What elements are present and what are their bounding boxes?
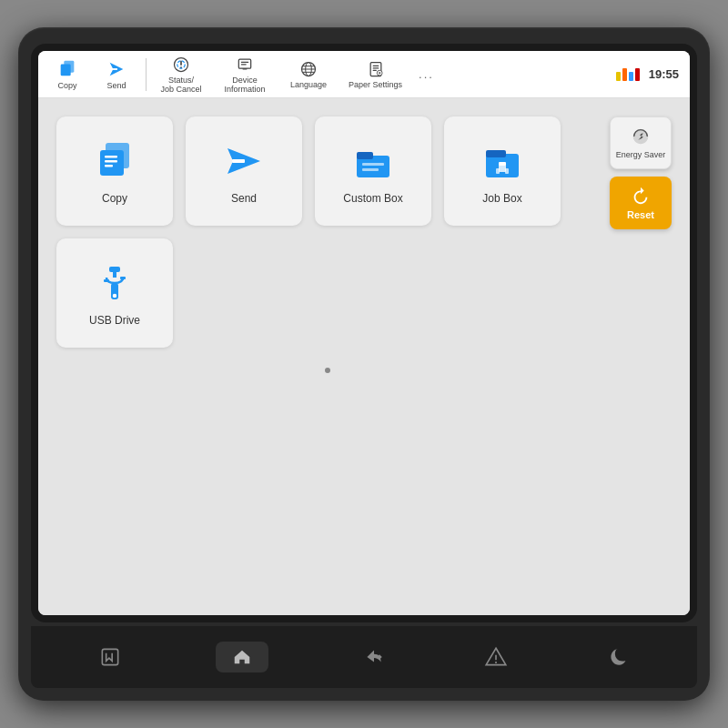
alert-icon	[484, 645, 508, 669]
side-buttons: Energy Saver Reset	[610, 116, 672, 597]
sleep-btn[interactable]	[602, 641, 634, 673]
svg-rect-49	[102, 649, 117, 664]
language-label: Language	[290, 80, 327, 89]
svg-rect-36	[486, 150, 506, 157]
apps-row-1: Copy Send	[56, 116, 599, 226]
custom-box-tile-label: Custom Box	[343, 192, 402, 205]
hardware-bar	[31, 626, 697, 688]
send-icon	[220, 137, 268, 185]
svg-rect-18	[372, 65, 379, 66]
alert-btn[interactable]	[480, 641, 512, 673]
svg-rect-9	[241, 61, 248, 62]
svg-rect-3	[112, 68, 117, 70]
header-send-btn[interactable]: Send	[98, 59, 135, 90]
sleep-icon	[606, 645, 630, 669]
copy-tile-label: Copy	[102, 192, 127, 205]
svg-rect-48	[120, 277, 126, 279]
energy-saver-btn[interactable]: Energy Saver	[610, 116, 672, 169]
color-bar-red	[635, 68, 640, 81]
header-right: 19:55	[616, 67, 679, 81]
forward-icon	[362, 645, 386, 669]
reset-btn[interactable]: Reset	[610, 177, 672, 229]
paper-settings-btn[interactable]: Paper Settings	[349, 60, 402, 89]
header-divider	[146, 58, 147, 91]
svg-rect-34	[362, 168, 379, 171]
color-bar-orange	[622, 68, 627, 81]
svg-rect-33	[362, 163, 384, 166]
svg-rect-41	[109, 267, 120, 272]
status-job-label: Status/ Job Cancel	[160, 76, 201, 94]
color-bar-blue	[629, 72, 633, 81]
usb-drive-tile[interactable]: USB Drive	[56, 238, 173, 348]
header-bar: Copy Send	[38, 51, 690, 98]
svg-rect-47	[104, 279, 109, 282]
language-btn[interactable]: Language	[285, 60, 332, 89]
custom-box-icon	[349, 137, 397, 185]
home-icon	[232, 647, 252, 667]
svg-rect-19	[372, 67, 379, 68]
page-dot-1	[325, 368, 330, 373]
time-display: 19:55	[649, 67, 679, 81]
svg-rect-40	[505, 168, 509, 174]
device-info-label: Device Information	[224, 76, 265, 94]
nfc-icon	[98, 645, 122, 669]
header-send-label: Send	[106, 81, 126, 90]
send-tile[interactable]: Send	[186, 116, 302, 226]
apps-grid: Copy Send	[56, 116, 599, 597]
svg-rect-27	[105, 160, 117, 163]
svg-rect-30	[232, 159, 245, 163]
usb-drive-tile-label: USB Drive	[89, 314, 140, 327]
svg-point-51	[495, 662, 497, 663]
energy-saver-icon	[631, 126, 651, 147]
more-menu-btn[interactable]: ...	[419, 67, 434, 81]
svg-rect-11	[243, 68, 248, 69]
svg-rect-20	[372, 69, 376, 70]
header-copy-label: Copy	[57, 81, 76, 90]
apps-row-2: USB Drive	[56, 238, 599, 348]
svg-rect-1	[61, 64, 71, 76]
svg-rect-28	[105, 165, 113, 167]
nfc-btn[interactable]	[94, 641, 126, 673]
header-copy-btn[interactable]: Copy	[49, 59, 86, 90]
header-nav-actions: Status/ Job Cancel Device Information	[157, 56, 616, 94]
svg-rect-38	[499, 162, 506, 166]
header-quick-actions: Copy Send	[49, 59, 135, 90]
svg-rect-32	[357, 152, 373, 159]
job-box-tile[interactable]: Job Box	[444, 116, 561, 226]
device-info-btn[interactable]: Device Information	[221, 56, 268, 94]
usb-drive-icon	[91, 259, 138, 307]
reset-icon	[631, 186, 651, 206]
svg-point-44	[112, 293, 117, 298]
page-indicator	[56, 360, 599, 380]
screen: Copy Send	[38, 51, 690, 615]
color-bar-yellow	[616, 72, 621, 81]
job-box-tile-label: Job Box	[482, 192, 521, 205]
home-btn[interactable]	[216, 642, 268, 672]
energy-saver-label: Energy Saver	[616, 150, 666, 160]
forward-btn[interactable]	[358, 641, 390, 673]
device-body: Copy Send	[18, 27, 710, 701]
svg-rect-25	[100, 150, 124, 176]
svg-rect-42	[113, 272, 116, 278]
svg-rect-39	[496, 168, 500, 174]
status-job-btn[interactable]: Status/ Job Cancel	[157, 56, 205, 94]
svg-rect-26	[105, 156, 117, 158]
svg-rect-37	[499, 165, 506, 172]
main-content: Copy Send	[38, 98, 690, 615]
reset-label: Reset	[627, 209, 654, 220]
copy-icon	[91, 137, 138, 185]
screen-bezel: Copy Send	[31, 44, 697, 622]
custom-box-tile[interactable]: Custom Box	[315, 116, 431, 226]
svg-rect-10	[241, 64, 247, 65]
job-box-icon	[479, 137, 526, 185]
copy-tile[interactable]: Copy	[56, 116, 173, 226]
color-bars	[616, 68, 640, 81]
send-tile-label: Send	[231, 192, 257, 205]
svg-rect-8	[238, 59, 250, 68]
paper-settings-label: Paper Settings	[349, 80, 402, 89]
